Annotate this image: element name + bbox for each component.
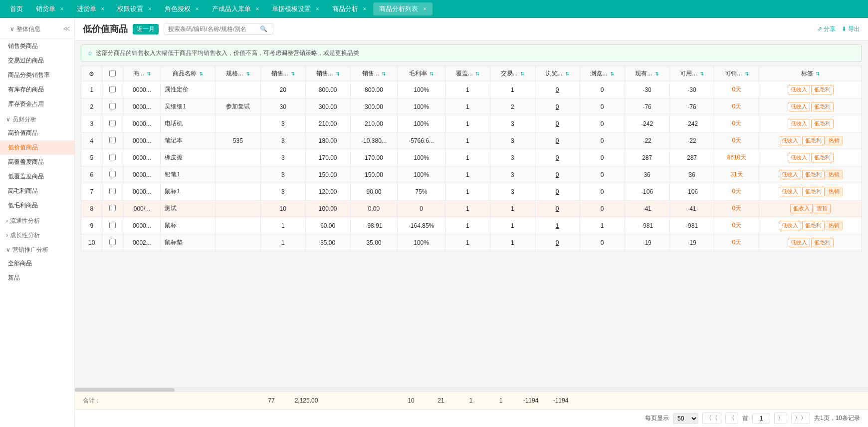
row-browse1[interactable]: 0 <box>535 115 580 132</box>
sidebar-section-liquidity[interactable]: ›流通性分析 <box>0 213 74 227</box>
select-all-checkbox[interactable] <box>109 70 116 76</box>
first-page-btn[interactable]: 〈〈 <box>702 413 721 424</box>
sidebar-section-finance[interactable]: ∨员财分析 <box>0 111 74 126</box>
col-sales2[interactable]: 销售... ⇅ <box>350 66 398 81</box>
row-checkbox[interactable] <box>109 103 116 109</box>
search-box[interactable]: 🔍 <box>164 23 273 35</box>
row-browse1[interactable]: 0 <box>535 200 580 217</box>
row-checkbox-cell[interactable] <box>102 149 123 166</box>
col-spec[interactable]: 规格... ⇅ <box>215 66 260 81</box>
row-checkbox[interactable] <box>109 239 116 245</box>
row-checkbox-cell[interactable] <box>102 166 123 183</box>
browse1-link[interactable]: 0 <box>556 239 559 246</box>
row-checkbox[interactable] <box>109 188 116 194</box>
sidebar-item-traded-goods[interactable]: 交易过的商品 <box>0 53 74 68</box>
row-checkbox-cell[interactable] <box>102 115 123 132</box>
export-btn[interactable]: ⬇ 导出 <box>842 25 860 33</box>
row-checkbox[interactable] <box>109 120 116 126</box>
nav-sales[interactable]: 销货单 × <box>30 2 70 15</box>
col-qty[interactable]: 销售... ⇅ <box>260 66 305 81</box>
nav-warehouse[interactable]: 产成品入库单 × <box>206 2 265 15</box>
col-sales1[interactable]: 销售... ⇅ <box>305 66 350 81</box>
sidebar-item-high-value[interactable]: 高价值商品 <box>0 126 74 140</box>
row-checkbox[interactable] <box>109 154 116 160</box>
col-name[interactable]: 商品名称 ⇅ <box>161 66 216 81</box>
row-browse1[interactable]: 0 <box>535 234 580 251</box>
sidebar-item-high-coverage[interactable]: 高覆盖度商品 <box>0 155 74 169</box>
row-checkbox-cell[interactable] <box>102 234 123 251</box>
page-input[interactable] <box>752 414 770 424</box>
row-checkbox[interactable] <box>109 137 116 143</box>
col-checkbox[interactable] <box>102 66 123 81</box>
col-profit[interactable]: 毛利率 ⇅ <box>398 66 445 81</box>
row-browse1[interactable]: 0 <box>535 132 580 149</box>
col-avail[interactable]: 可用... ⇅ <box>669 66 714 81</box>
col-tags[interactable]: 标签 ⇅ <box>759 66 862 81</box>
col-settings[interactable]: ⚙ <box>81 66 102 81</box>
nav-analysis[interactable]: 商品分析 × <box>326 2 373 15</box>
browse1-link[interactable]: 1 <box>556 222 559 229</box>
browse1-link[interactable]: 0 <box>556 154 559 161</box>
nav-roles[interactable]: 角色授权 × <box>159 2 205 15</box>
sidebar-item-new-goods[interactable]: 新品 <box>0 271 74 285</box>
row-profit: -164.85% <box>398 217 445 234</box>
row-checkbox-cell[interactable] <box>102 132 123 149</box>
row-browse1[interactable]: 0 <box>535 81 580 98</box>
horizontal-scrollbar[interactable] <box>75 388 868 392</box>
row-checkbox-cell[interactable] <box>102 98 123 115</box>
row-checkbox-cell[interactable] <box>102 81 123 98</box>
sidebar-collapse-btn[interactable]: ≪ <box>63 24 70 32</box>
row-checkbox-cell[interactable] <box>102 183 123 200</box>
col-stock[interactable]: 现有... ⇅ <box>625 66 669 81</box>
sidebar-item-capital[interactable]: 库存资金占用 <box>0 97 74 111</box>
sidebar-item-all-goods[interactable]: 全部商品 <box>0 256 74 271</box>
sidebar-item-sales-goods[interactable]: 销售类商品 <box>0 39 74 53</box>
sidebar-item-low-value[interactable]: 低价值商品 <box>0 140 74 155</box>
prev-page-btn[interactable]: 〈 <box>725 413 738 424</box>
sidebar-item-category-rate[interactable]: 商品分类销售率 <box>0 68 74 82</box>
row-browse1[interactable]: 0 <box>535 183 580 200</box>
row-checkbox-cell[interactable] <box>102 217 123 234</box>
browse1-link[interactable]: 0 <box>556 137 559 144</box>
last-page-btn[interactable]: 〉〉 <box>791 413 810 424</box>
sidebar-section-marketing[interactable]: ∨营销推广分析 <box>0 242 74 256</box>
browse1-link[interactable]: 0 <box>556 86 559 93</box>
nav-analysis-list[interactable]: 商品分析列表 × <box>373 2 433 15</box>
sidebar-item-high-profit[interactable]: 高毛利商品 <box>0 184 74 198</box>
col-code[interactable]: 商... ⇅ <box>123 66 161 81</box>
browse1-link[interactable]: 0 <box>556 103 559 110</box>
col-browse2[interactable]: 浏览... ⇅ <box>580 66 625 81</box>
row-checkbox[interactable] <box>109 205 116 211</box>
table-row: 6 0000... 铅笔1 3 150.00 150.00 100% 1 3 0… <box>81 166 862 183</box>
row-checkbox[interactable] <box>109 222 116 228</box>
search-input[interactable] <box>168 25 258 32</box>
sidebar-item-stock-goods[interactable]: 有库存的商品 <box>0 82 74 97</box>
col-sellable[interactable]: 可销... ⇅ <box>714 66 759 81</box>
browse1-link[interactable]: 0 <box>556 188 559 195</box>
row-checkbox[interactable] <box>109 171 116 177</box>
nav-permissions[interactable]: 权限设置 × <box>111 2 158 15</box>
sidebar-item-low-coverage[interactable]: 低覆盖度商品 <box>0 169 74 184</box>
browse1-link[interactable]: 0 <box>556 171 559 178</box>
next-page-btn[interactable]: 〉 <box>774 413 787 424</box>
page-size-select[interactable]: 50 100 200 <box>673 413 698 424</box>
row-browse1[interactable]: 0 <box>535 149 580 166</box>
row-checkbox[interactable] <box>109 86 116 92</box>
browse1-link[interactable]: 0 <box>556 205 559 212</box>
nav-purchase[interactable]: 进货单 × <box>71 2 111 15</box>
share-btn[interactable]: ⇗ 分享 <box>817 25 836 33</box>
row-browse1[interactable]: 0 <box>535 166 580 183</box>
row-browse1[interactable]: 1 <box>535 217 580 234</box>
nav-home[interactable]: 首页 <box>4 2 29 15</box>
sidebar-section-growth[interactable]: ›成长性分析 <box>0 227 74 242</box>
sidebar-section-overall[interactable]: ∨整体信息 <box>4 21 46 35</box>
sidebar-item-low-profit[interactable]: 低毛利商品 <box>0 198 74 213</box>
col-cover[interactable]: 覆盖... ⇅ <box>445 66 490 81</box>
browse1-link[interactable]: 0 <box>556 120 559 127</box>
date-badge[interactable]: 近一月 <box>133 24 159 34</box>
col-trade[interactable]: 交易... ⇅ <box>490 66 535 81</box>
col-browse1[interactable]: 浏览... ⇅ <box>535 66 580 81</box>
row-browse1[interactable]: 0 <box>535 98 580 115</box>
nav-templates[interactable]: 单据模板设置 × <box>266 2 325 15</box>
row-checkbox-cell[interactable] <box>102 200 123 217</box>
